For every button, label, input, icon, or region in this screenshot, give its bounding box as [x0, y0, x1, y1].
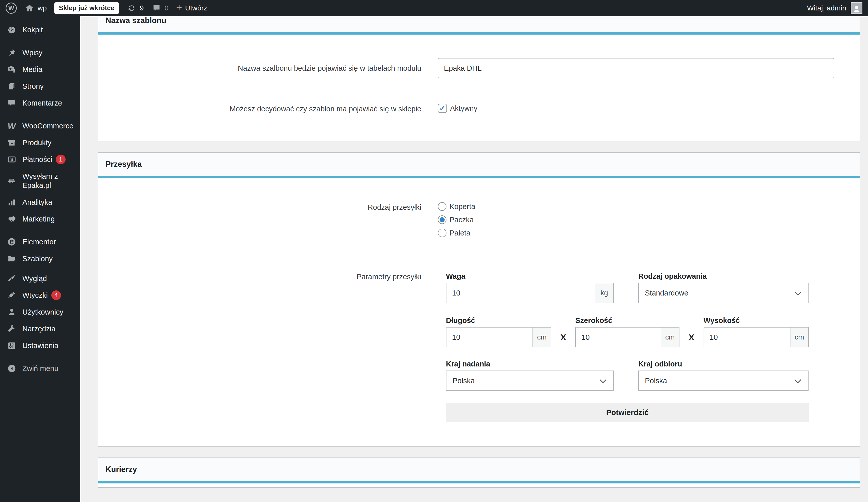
origin-country-label: Kraj nadania: [446, 359, 614, 369]
shipment-params-label: Parametry przesyłki: [98, 272, 421, 282]
height-input[interactable]: 10: [704, 328, 790, 347]
car-icon: [7, 176, 17, 186]
dimension-separator: X: [680, 327, 704, 348]
length-input-group: 10 cm: [446, 327, 551, 348]
sidebar-item-label: Szablony: [22, 254, 53, 263]
updates-count: 9: [140, 4, 144, 12]
sidebar-item-elementor[interactable]: Elementor: [0, 233, 80, 250]
sidebar-separator: [0, 227, 80, 233]
sidebar-item-label: Marketing: [22, 214, 55, 223]
destination-country-label: Kraj odbioru: [638, 359, 808, 369]
panel-shipment-header: Przesyłka: [98, 153, 860, 178]
comments-icon: [7, 98, 17, 108]
template-active-row: Możesz decydować czy szablon ma pojawiać…: [98, 104, 860, 141]
sidebar-item-wtyczki[interactable]: Wtyczki 4: [0, 287, 80, 304]
weight-label: Waga: [446, 272, 614, 281]
user-greeting: Witaj, admin: [807, 4, 846, 12]
sidebar-item-label: Ustawienia: [22, 341, 59, 350]
sidebar-item-wpisy[interactable]: Wpisy: [0, 44, 80, 61]
radio-koperta-label: Koperta: [450, 202, 475, 211]
sidebar-item-marketing[interactable]: Marketing: [0, 211, 80, 227]
origin-country-value: Polska: [453, 376, 475, 385]
origin-country-select[interactable]: Polska: [446, 371, 614, 391]
tools-icon: [7, 324, 17, 334]
media-icon: [7, 64, 17, 74]
coming-soon-badge: Sklep już wkrótce: [54, 2, 119, 14]
length-input[interactable]: 10: [446, 328, 532, 347]
sidebar-separator: [0, 354, 80, 360]
sidebar-separator: [0, 111, 80, 118]
updates-menu[interactable]: 9: [126, 3, 144, 13]
sidebar-item-wyglad[interactable]: Wygląd: [0, 270, 80, 287]
confirm-button[interactable]: Potwierdzić: [446, 403, 809, 422]
new-content-menu[interactable]: + Utwórz: [176, 3, 207, 13]
panel-couriers-header: Kurierzy: [98, 458, 860, 483]
width-unit: cm: [661, 328, 679, 347]
radio-paczka[interactable]: [438, 215, 446, 224]
sidebar-item-strony[interactable]: Strony: [0, 78, 80, 94]
sidebar-item-uzytkownicy[interactable]: Użytkownicy: [0, 304, 80, 320]
wordpress-logo-icon: W: [6, 2, 17, 14]
wordpress-logo-menu[interactable]: W: [6, 2, 17, 14]
radio-koperta[interactable]: [438, 202, 446, 211]
width-input[interactable]: 10: [576, 328, 660, 347]
plugin-icon: [7, 290, 17, 300]
comments-count: 0: [165, 4, 169, 12]
sidebar-item-label: Elementor: [22, 237, 56, 247]
sidebar-item-szablony[interactable]: Szablony: [0, 250, 80, 267]
destination-country-select[interactable]: Polska: [638, 371, 808, 391]
weight-unit: kg: [595, 283, 613, 303]
settings-icon: [7, 341, 17, 351]
shipment-params-row: Parametry przesyłki Waga 10 kg Rodzaj op…: [98, 272, 860, 446]
radio-option-paleta[interactable]: Paleta: [438, 229, 860, 237]
radio-option-koperta[interactable]: Koperta: [438, 202, 860, 211]
width-label: Szerokość: [575, 316, 679, 325]
weight-input-group: 10 kg: [446, 283, 614, 303]
sidebar-item-label: Płatności: [22, 155, 52, 164]
users-icon: [7, 307, 17, 317]
chevron-down-icon: [795, 289, 801, 295]
dimension-separator: X: [551, 327, 575, 348]
sidebar-item-narzedzia[interactable]: Narzędzia: [0, 320, 80, 337]
weight-input[interactable]: 10: [446, 283, 595, 303]
length-label: Długość: [446, 316, 551, 325]
destination-country-value: Polska: [645, 376, 667, 385]
site-name-link[interactable]: wp: [24, 3, 47, 13]
avatar[interactable]: [851, 2, 862, 14]
radio-option-paczka[interactable]: Paczka: [438, 215, 860, 224]
sidebar-item-produkty[interactable]: Produkty: [0, 134, 80, 151]
sidebar-separator: [0, 38, 80, 44]
sidebar-item-woocommerce[interactable]: W WooCommerce: [0, 118, 80, 134]
payments-icon: $: [7, 154, 17, 164]
sidebar-item-label: Analityka: [22, 198, 52, 207]
template-name-input[interactable]: Epaka DHL: [438, 58, 834, 78]
sidebar-item-label: Zwiń menu: [22, 364, 59, 373]
sidebar-separator: [0, 267, 80, 270]
sidebar-item-label: Kokpit: [22, 25, 43, 34]
sidebar-item-label: Użytkownicy: [22, 308, 63, 317]
template-name-label: Nazwa szalbonu będzie pojawiać się w tab…: [98, 58, 421, 73]
sidebar-item-media[interactable]: Media: [0, 61, 80, 78]
packaging-label: Rodzaj opakowania: [638, 272, 808, 281]
dashboard-icon: [7, 25, 17, 35]
sidebar-item-wysylam-z-epaka[interactable]: Wysyłam z Epaka.pl: [0, 168, 80, 194]
svg-text:$: $: [10, 157, 13, 162]
panel-title: Kurierzy: [98, 465, 137, 474]
radio-paczka-label: Paczka: [450, 215, 474, 224]
radio-paleta[interactable]: [438, 229, 446, 237]
sidebar-item-kokpit[interactable]: Kokpit: [0, 21, 80, 38]
sidebar-item-analityka[interactable]: Analityka: [0, 194, 80, 211]
sidebar-item-label: Wtyczki: [22, 291, 48, 300]
chevron-down-icon: [795, 376, 801, 383]
active-checkbox[interactable]: ✓: [438, 104, 447, 113]
sidebar-item-platnosci[interactable]: $ Płatności 1: [0, 151, 80, 168]
comments-menu[interactable]: 0: [152, 3, 169, 13]
megaphone-icon: [7, 214, 17, 224]
sidebar-item-komentarze[interactable]: Komentarze: [0, 94, 80, 111]
packaging-select[interactable]: Standardowe: [638, 283, 808, 303]
template-active-label: Możesz decydować czy szablon ma pojawiać…: [98, 104, 421, 114]
sidebar-item-zwin-menu[interactable]: Zwiń menu: [0, 360, 80, 377]
analytics-icon: [7, 197, 17, 207]
height-input-group: 10 cm: [704, 327, 809, 348]
sidebar-item-ustawienia[interactable]: Ustawienia: [0, 337, 80, 354]
